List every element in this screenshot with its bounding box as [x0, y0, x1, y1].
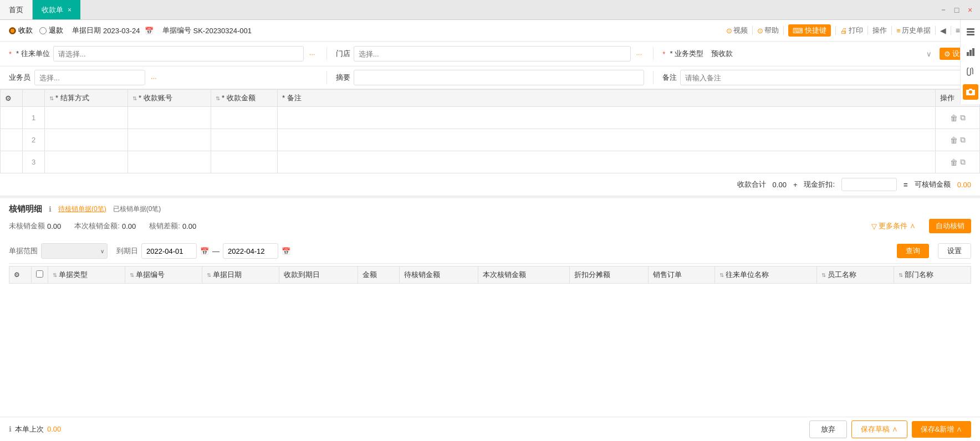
- summary-row: 收款合计 0.00 + 现金折扣: = 可核销金额 0.00: [0, 173, 980, 196]
- sidebar-camera-icon[interactable]: [963, 84, 978, 100]
- discount-input[interactable]: [841, 178, 897, 191]
- form-header: 收款 退款 单据日期 2023-03-24 📅 单据编号 SK-20230324…: [0, 20, 980, 42]
- tab-active-label: 收款单: [42, 5, 63, 15]
- row2-amount[interactable]: [211, 129, 278, 151]
- shortcut-button[interactable]: ⌨ 快捷键: [788, 24, 831, 37]
- date-label: 单据日期: [72, 25, 101, 35]
- pending-tab[interactable]: 待核销单据(0笔): [58, 204, 106, 214]
- unclosed-label: 未核销金额: [9, 221, 45, 231]
- print-action[interactable]: 🖨 打印: [840, 25, 863, 35]
- tab-close-icon[interactable]: ×: [68, 6, 72, 14]
- footer-info-icon[interactable]: ℹ: [9, 425, 12, 433]
- settings-icon: ⚙: [944, 50, 951, 58]
- query-button[interactable]: 查询: [897, 244, 929, 258]
- calendar-icon[interactable]: 📅: [145, 27, 154, 35]
- row1-amount[interactable]: [211, 107, 278, 129]
- counterpart-more-icon[interactable]: ···: [307, 50, 318, 58]
- bth-checkbox[interactable]: [32, 266, 48, 284]
- done-tab[interactable]: 已核销单据(0笔): [113, 204, 161, 214]
- tab-home[interactable]: 首页: [0, 0, 33, 19]
- save-button[interactable]: 保存&新增 ∧: [912, 421, 971, 438]
- due-date-label: 到期日: [116, 246, 138, 256]
- summary-input[interactable]: [354, 70, 645, 85]
- business-type-chevron[interactable]: ∨: [926, 50, 932, 58]
- help-action[interactable]: ⊙ 帮助: [757, 25, 779, 35]
- footer-info-label: 本单上次: [15, 424, 44, 434]
- row3-settings: [1, 151, 23, 173]
- auto-close-button[interactable]: 自动核销: [929, 219, 971, 233]
- video-action[interactable]: ⊙ 视频: [726, 25, 748, 35]
- cal-start-icon[interactable]: 📅: [200, 247, 209, 255]
- row3-amount[interactable]: [211, 151, 278, 173]
- notes-input[interactable]: [680, 70, 971, 85]
- close-button[interactable]: ×: [964, 4, 976, 16]
- counterpart-input[interactable]: [53, 46, 304, 61]
- store-more-icon[interactable]: ···: [634, 50, 645, 58]
- print-icon: 🖨: [840, 27, 848, 35]
- row1-account[interactable]: [128, 107, 211, 129]
- sidebar-chart-icon[interactable]: [963, 44, 978, 60]
- operations-action[interactable]: 操作: [872, 25, 887, 35]
- row3-delete-icon[interactable]: 🗑: [950, 158, 958, 167]
- prev-layout-icon[interactable]: ◀: [940, 26, 946, 35]
- svg-rect-5: [972, 48, 974, 56]
- th-remark: * 备注: [278, 90, 936, 107]
- th-settings[interactable]: ⚙: [1, 90, 23, 107]
- bth-due-date: 收款到期日: [279, 266, 358, 284]
- range-filter: 单据范围 ∨: [9, 243, 108, 259]
- salesperson-field-group: 业务员 ···: [9, 70, 318, 85]
- discount-label: 现金折扣:: [804, 180, 835, 189]
- row3-copy-icon[interactable]: ⧉: [960, 157, 966, 167]
- net-label: 可核销金额: [915, 180, 951, 189]
- svg-rect-4: [969, 50, 972, 56]
- draft-button[interactable]: 保存草稿 ∧: [851, 421, 907, 438]
- row3-account[interactable]: [128, 151, 211, 173]
- bth-settings[interactable]: ⚙: [9, 266, 32, 284]
- current-stat: 本次核销金额: 0.00: [74, 221, 136, 231]
- row3-remark[interactable]: [278, 151, 936, 173]
- salesperson-more-icon[interactable]: ···: [149, 74, 159, 82]
- row1-remark[interactable]: [278, 107, 936, 129]
- row1-settle[interactable]: [45, 107, 128, 129]
- window-controls: － □ ×: [938, 4, 980, 16]
- history-action[interactable]: ≡ 历史单据: [896, 25, 931, 35]
- row3-settle[interactable]: [45, 151, 128, 173]
- table-row: 1 🗑 ⧉: [1, 107, 980, 129]
- svg-rect-0: [967, 28, 974, 30]
- bth-employee: ⇅员工名称: [817, 266, 894, 284]
- right-sidebar: [960, 20, 980, 104]
- notes-field-group: 备注: [662, 70, 971, 85]
- list-layout-icon[interactable]: ≡: [956, 26, 960, 35]
- store-input[interactable]: [354, 46, 631, 61]
- row2-settle[interactable]: [45, 129, 128, 151]
- video-icon: ⊙: [726, 27, 732, 35]
- sidebar-table-icon[interactable]: [963, 24, 978, 40]
- row1-copy-icon[interactable]: ⧉: [960, 113, 966, 122]
- radio-payment[interactable]: 收款: [9, 25, 33, 35]
- cal-end-icon[interactable]: 📅: [282, 247, 290, 255]
- table-row: 2 🗑 ⧉: [1, 129, 980, 151]
- radio-refund[interactable]: 退款: [39, 25, 63, 35]
- salesperson-input[interactable]: [34, 70, 145, 85]
- due-date-end-input[interactable]: [223, 243, 278, 259]
- svg-rect-1: [967, 31, 974, 33]
- range-select[interactable]: [41, 243, 108, 259]
- more-conditions-button[interactable]: ▽ 更多条件 ∧: [871, 221, 916, 231]
- bth-sales-order: 销售订单: [649, 266, 715, 284]
- maximize-button[interactable]: □: [951, 4, 962, 16]
- form-fields-row1: * * 往来单位 ··· 门店 ··· * * 业务类型 预收款 ∨ ⚙ 设置: [0, 42, 980, 66]
- payment-table-section: ⚙ ⇅ * 结算方式 ⇅ * 收款账号: [0, 89, 980, 173]
- hexiao-info-icon[interactable]: ℹ: [49, 205, 52, 213]
- due-date-start-input[interactable]: [141, 243, 197, 259]
- row2-account[interactable]: [128, 129, 211, 151]
- tab-active[interactable]: 收款单 ×: [33, 0, 80, 19]
- row2-remark[interactable]: [278, 129, 936, 151]
- row1-delete-icon[interactable]: 🗑: [950, 114, 958, 122]
- row2-copy-icon[interactable]: ⧉: [960, 135, 966, 145]
- filter-settings-button[interactable]: 设置: [938, 243, 971, 259]
- row2-delete-icon[interactable]: 🗑: [950, 136, 958, 145]
- minimize-button[interactable]: －: [938, 4, 949, 16]
- doc-number-group: 单据编号 SK-20230324-001: [162, 25, 252, 35]
- abandon-button[interactable]: 放弃: [809, 421, 847, 438]
- sidebar-attachment-icon[interactable]: [963, 64, 978, 80]
